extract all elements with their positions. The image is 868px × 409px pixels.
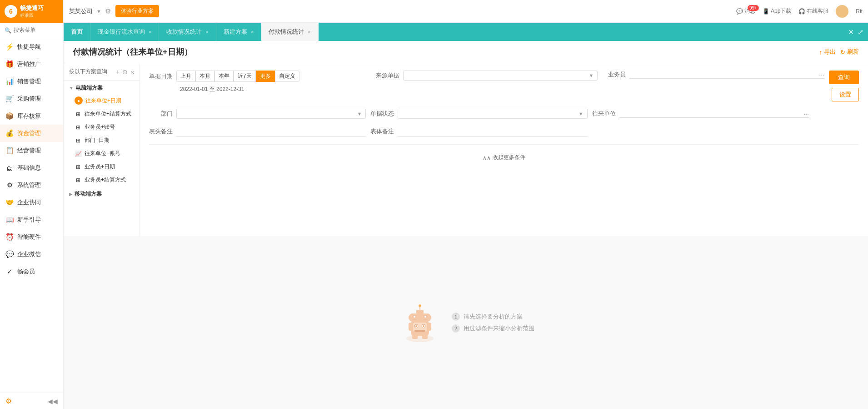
svg-point-6 [423, 325, 424, 327]
staff-dots-btn[interactable]: ··· [819, 71, 824, 78]
collapse-scheme-icon[interactable]: « [130, 68, 134, 76]
try-industry-btn[interactable]: 体验行业方案 [115, 5, 159, 17]
sidebar-item-operations[interactable]: 📋 经营管理 [0, 142, 63, 159]
content-body: 按以下方案查询 + ⊙ « ▼ 电脑端方案 ●往来单位+日期⊞往来单位+结算方式… [64, 63, 868, 236]
header-note-label: 表头备注 [149, 127, 173, 136]
category-label-mobile: 移动端方案 [75, 190, 102, 198]
company-dropdown-icon[interactable]: ▼ [96, 9, 101, 14]
sidebar-item-inventory[interactable]: 📦 库存核算 [0, 107, 63, 125]
page-actions: ↑ 导出 ↻ 刷新 [819, 48, 859, 56]
scheme-item-staff-date[interactable]: ⊞业务员+日期 [64, 160, 140, 173]
scheme-item-staff-account[interactable]: ⊞业务员+账号 [64, 121, 140, 134]
close-tab-icon[interactable]: ✕ [848, 28, 854, 36]
setting-scheme-icon[interactable]: ⊙ [122, 68, 128, 76]
tab-payment-stat[interactable]: 付款情况统计× [261, 23, 318, 41]
query-btn[interactable]: 查询 [829, 71, 859, 84]
sidebar-item-marketing[interactable]: 🎁 营销推广 [0, 56, 63, 73]
svg-rect-8 [409, 323, 412, 331]
scheme-item-partner-settle[interactable]: ⊞往来单位+结算方式 [64, 107, 140, 121]
sidebar-item-basic-info[interactable]: 🗂 基础信息 [0, 159, 63, 177]
svg-rect-12 [409, 313, 431, 322]
tab-label-new-scheme: 新建方案 [224, 28, 247, 36]
scheme-item-staff-settle[interactable]: ⊞业务员+结算方式 [64, 173, 140, 187]
scheme-item-label-staff-account: 业务员+账号 [85, 123, 115, 131]
date-btn-last-month[interactable]: 上月 [176, 71, 195, 82]
service-icon: 🎧 [798, 8, 805, 15]
expand-tab-icon[interactable]: ⤢ [858, 28, 863, 36]
scheme-item-dept-date[interactable]: ⊞部门+日期 [64, 134, 140, 147]
operations-icon: 📋 [5, 146, 14, 155]
close-tab-payment-stat-btn[interactable]: × [308, 29, 310, 35]
sidebar-item-quick-nav[interactable]: ⚡ 快捷导航 [0, 38, 63, 56]
user-avatar[interactable] [836, 5, 848, 18]
message-badge: 99+ [748, 5, 759, 11]
username[interactable]: Rit [856, 8, 863, 15]
partner-label: 往来单位 [592, 110, 616, 118]
tab-label-payment-stat: 付款情况统计 [269, 28, 304, 36]
empty-state: 1 请先选择要分析的方案 2 用过滤条件来缩小分析范围 [64, 236, 868, 409]
sidebar-item-label-system: 系统管理 [17, 181, 41, 189]
topbar-gear-icon[interactable]: ⚙ [105, 7, 111, 15]
scheme-category-mobile[interactable]: ▶ 移动端方案 [64, 187, 140, 200]
svg-rect-11 [422, 335, 428, 339]
sidebar-search[interactable]: 🔍 搜索菜单 [0, 23, 63, 38]
sidebar-item-cooperation[interactable]: 🤝 企业协同 [0, 194, 63, 211]
scheme-item-partner-date[interactable]: ●往来单位+日期 [64, 94, 140, 107]
sidebar-header: 6 畅捷通巧 标准版 [0, 0, 63, 23]
online-service-btn[interactable]: 🎧 在线客服 [798, 7, 828, 15]
scheme-item-label-staff-settle: 业务员+结算方式 [85, 176, 126, 184]
sidebar-item-label-member: 畅会员 [17, 268, 35, 276]
tab-label-receipt-stat: 收款情况统计 [166, 28, 202, 36]
source-doc-arrow: ▼ [589, 73, 594, 78]
category-arrow-mobile: ▶ [69, 192, 73, 197]
close-tab-new-scheme-btn[interactable]: × [251, 29, 254, 35]
company-name[interactable]: 某某公司 [69, 7, 93, 15]
doc-status-select[interactable]: ▼ [398, 109, 587, 119]
empty-tip-1: 1 请先选择要分析的方案 [452, 313, 534, 321]
staff-date-table-icon: ⊞ [75, 163, 82, 171]
date-btn-this-year[interactable]: 本年 [215, 71, 234, 82]
empty-tip-2: 2 用过滤条件来缩小分析范围 [452, 324, 534, 333]
date-btn-this-month[interactable]: 本月 [195, 71, 215, 82]
refresh-btn[interactable]: ↻ 刷新 [840, 48, 859, 56]
sidebar-item-purchase[interactable]: 🛒 采购管理 [0, 90, 63, 107]
tabs-actions: ✕ ⤢ [843, 23, 868, 41]
app-download-btn[interactable]: 📱 App下载 [763, 7, 791, 15]
tab-receipt-stat[interactable]: 收款情况统计× [159, 23, 216, 41]
date-btn-custom[interactable]: 自定义 [275, 71, 299, 82]
dept-select[interactable]: ▼ [176, 109, 366, 119]
sidebar-item-label-basic-info: 基础信息 [17, 164, 41, 172]
partner-dots-btn[interactable]: ··· [803, 110, 809, 117]
add-scheme-icon[interactable]: + [116, 68, 120, 76]
scheme-category-desktop[interactable]: ▼ 电脑端方案 [64, 81, 140, 94]
sidebar-item-hardware[interactable]: ⏰ 智能硬件 [0, 228, 63, 246]
tab-new-scheme[interactable]: 新建方案× [216, 23, 261, 41]
sidebar-item-sales[interactable]: 📊 销售管理 [0, 73, 63, 90]
export-btn[interactable]: ↑ 导出 [819, 48, 836, 56]
sidebar-item-guide[interactable]: 📖 新手引导 [0, 211, 63, 228]
sidebar-settings-icon[interactable]: ⚙ [5, 397, 12, 405]
sidebar-item-wechat[interactable]: 💬 企业微信 [0, 246, 63, 263]
staff-label: 业务员 [602, 71, 626, 79]
close-tab-bank-flow-btn[interactable]: × [149, 29, 151, 35]
sidebar-item-finance[interactable]: 💰 资金管理 [0, 125, 63, 142]
main-area: 某某公司 ▼ ⚙ 体验行业方案 💬 消息 99+ 📱 App下载 🎧 在线客服 … [64, 0, 868, 409]
sidebar-collapse-icon[interactable]: ◀◀ [48, 398, 58, 405]
source-doc-select[interactable]: ▼ [403, 71, 598, 81]
finance-icon: 💰 [5, 129, 14, 137]
tab-home[interactable]: 首页 [64, 23, 90, 41]
sidebar-footer: ⚙ ◀◀ [0, 393, 63, 409]
message-btn[interactable]: 💬 消息 99+ [736, 7, 755, 15]
sidebar-item-member[interactable]: ✓ 畅会员 [0, 263, 63, 280]
scheme-item-label-partner-settle: 往来单位+结算方式 [85, 110, 131, 118]
marketing-icon: 🎁 [5, 60, 14, 68]
collapse-more-btn[interactable]: ∧∧ 收起更多条件 [479, 150, 529, 165]
sidebar-item-system[interactable]: ⚙ 系统管理 [0, 177, 63, 194]
setting-btn[interactable]: 设置 [832, 88, 859, 101]
date-btn-last-7[interactable]: 近7天 [234, 71, 256, 82]
tab-bank-flow[interactable]: 现金银行流水查询× [90, 23, 159, 41]
date-btn-more[interactable]: 更多 [256, 71, 275, 82]
scheme-item-partner-account[interactable]: 📈往来单位+账号 [64, 147, 140, 160]
close-tab-receipt-stat-btn[interactable]: × [205, 29, 208, 35]
page-header: 付款情况统计（往来单位+日期） ↑ 导出 ↻ 刷新 [64, 41, 868, 63]
